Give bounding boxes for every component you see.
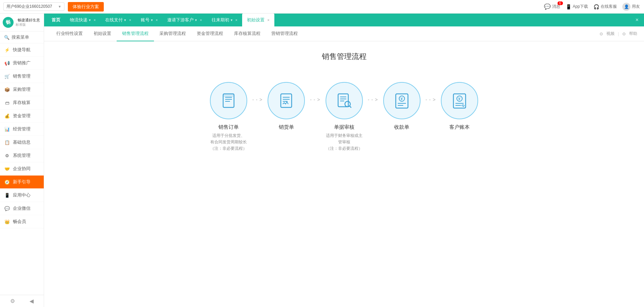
nav-tab-close-payment[interactable]: ×	[129, 18, 131, 22]
logo-text-area: 畅捷通好生意 标准版	[16, 18, 40, 27]
sub-tab-initial-settings[interactable]: 初始设置	[88, 26, 117, 41]
nav-tab-payment[interactable]: 在线支付▾×	[100, 14, 136, 26]
nav-tab-invite[interactable]: 邀请下游客户▾×	[162, 14, 207, 26]
basic-info-icon: 📋	[4, 139, 10, 145]
flow-label-customer-ledger: 客户账本	[449, 124, 470, 130]
sidebar-item-purchase-mgmt[interactable]: 📦采购管理	[0, 83, 44, 96]
nav-tab-period[interactable]: 往来期初▾×	[207, 14, 242, 26]
nav-tab-home[interactable]: 首页	[47, 14, 65, 26]
content-area: 首页物流快递▾×在线支付▾×账号▾×邀请下游客户▾×往来期初▾×初始设置×× 行…	[44, 14, 644, 307]
phone-icon: 📱	[566, 4, 571, 9]
sidebar-item-vip[interactable]: 👑畅会员	[0, 215, 44, 228]
message-badge: 6	[558, 1, 563, 5]
logo-title: 畅捷通好生意	[18, 18, 40, 22]
sidebar-item-operations[interactable]: 📊经营管理	[0, 123, 44, 136]
sidebar-item-finance[interactable]: 💰资金管理	[0, 109, 44, 123]
nav-tab-init-settings[interactable]: 初始设置×	[242, 14, 274, 26]
user-selector[interactable]: 用户690企业1660120507 ▼	[3, 2, 64, 11]
nav-tab-label-account: 账号	[141, 17, 150, 23]
collapse-icon[interactable]: ◀	[30, 298, 34, 304]
try-industry-button[interactable]: 体验行业方案	[68, 2, 104, 12]
sub-tab-sales-flow[interactable]: 销售管理流程	[117, 26, 154, 41]
nav-tab-logistics[interactable]: 物流快递▾×	[65, 14, 100, 26]
sidebar-label-purchase-mgmt: 采购管理	[13, 86, 31, 93]
nav-tab-label-period: 往来期初	[212, 17, 229, 23]
flow-circle-customer-ledger: ¥	[441, 82, 478, 119]
settings-icon[interactable]: ⚙	[10, 298, 15, 304]
nav-tab-label-logistics: 物流快递	[70, 17, 87, 23]
flow-step-sales-order: 销售订单 适用于分批发货、有合同发货周期较长（注：非必要流程）	[201, 82, 256, 152]
nav-tab-close-init-settings[interactable]: ×	[267, 18, 269, 22]
sidebar-item-new-guide[interactable]: 🧭新手引导	[0, 176, 44, 189]
sidebar-label-finance: 资金管理	[13, 113, 31, 119]
sidebar-label-inventory: 库存核算	[13, 100, 31, 106]
divider: |	[618, 32, 619, 36]
operations-icon: 📊	[4, 126, 10, 132]
nav-tab-arrow-period: ▾	[231, 18, 233, 22]
nav-tab-close-account[interactable]: ×	[156, 18, 158, 22]
sidebar-footer: ⚙ ◀	[0, 295, 44, 307]
headset-icon: 🎧	[593, 4, 599, 9]
nav-tab-close-invite[interactable]: ×	[200, 18, 202, 22]
svg-text:¥: ¥	[458, 97, 461, 101]
sidebar-item-sales-mgmt[interactable]: 🛒销售管理	[0, 70, 44, 83]
nav-close-all[interactable]: ×	[633, 17, 641, 23]
sidebar-label-app-center: 应用中心	[13, 192, 31, 198]
nav-tab-close-logistics[interactable]: ×	[94, 18, 96, 22]
help-label[interactable]: 帮助	[629, 31, 637, 37]
inventory-icon: 🗃	[4, 100, 10, 106]
circle-play-icon: ⊙	[600, 32, 603, 36]
purchase-mgmt-icon: 📦	[4, 86, 10, 93]
nav-tab-arrow-logistics: ▾	[89, 18, 91, 22]
sidebar-item-inventory[interactable]: 🗃库存核算	[0, 96, 44, 109]
search-menu-item[interactable]: 🔍 搜索菜单	[0, 32, 44, 43]
flow-label-sales-order: 销售订单	[218, 124, 239, 130]
logo-icon: 畅	[3, 17, 14, 28]
sub-tabs-actions: ⊙ 视频 | ⊙ 帮助	[600, 31, 637, 37]
flow-step-doc-audit: 单据审核 适用于财务审核或主管审核（注：非必要流程）	[317, 82, 371, 152]
flow-step-sales-invoice: 销货单	[259, 82, 313, 132]
sidebar-item-app-center[interactable]: 📱应用中心	[0, 189, 44, 202]
sub-tab-label-capital-flow: 资金管理流程	[197, 30, 223, 37]
enterprise-collab-icon: 🤝	[4, 166, 10, 172]
message-item[interactable]: 💬 6 消息	[544, 3, 560, 10]
sub-tab-marketing-flow[interactable]: 营销管理流程	[266, 26, 303, 41]
sub-tab-label-initial-settings: 初始设置	[94, 30, 111, 37]
sidebar-item-basic-info[interactable]: 📋基础信息	[0, 136, 44, 149]
sub-tab-industry-settings[interactable]: 行业特性设置	[51, 26, 88, 41]
search-icon: 🔍	[4, 35, 9, 40]
flow-label-doc-audit: 单据审核	[334, 124, 354, 130]
sidebar-item-enterprise-collab[interactable]: 🤝企业协同	[0, 162, 44, 176]
svg-line-14	[350, 106, 351, 107]
sidebar-item-enterprise-wechat[interactable]: 💬企业微信	[0, 202, 44, 215]
logo-area: 畅 畅捷通好生意 标准版	[0, 14, 44, 32]
sub-tabs-bar: 行业特性设置初始设置销售管理流程采购管理流程资金管理流程库存核算流程营销管理流程…	[44, 26, 644, 41]
nav-tab-label-home: 首页	[52, 17, 60, 23]
page-title: 销售管理流程	[51, 52, 637, 62]
sidebar-label-basic-info: 基础信息	[13, 139, 31, 145]
sidebar-item-system-mgmt[interactable]: ⚙系统管理	[0, 149, 44, 162]
nav-tab-account[interactable]: 账号▾×	[136, 14, 162, 26]
flow-circle-sales-order	[210, 82, 247, 119]
sub-tab-label-purchase-flow: 采购管理流程	[159, 30, 186, 37]
flow-label-receipt: 收款单	[394, 124, 409, 130]
nav-tab-arrow-payment: ▾	[124, 18, 126, 22]
online-service-item[interactable]: 🎧 在线客服	[593, 4, 617, 9]
sub-tab-purchase-flow[interactable]: 采购管理流程	[154, 26, 191, 41]
sidebar-label-quick-nav: 快捷导航	[13, 47, 31, 53]
sidebar-item-marketing-promo[interactable]: 📢营销推广	[0, 57, 44, 70]
app-download-item[interactable]: 📱 App下载	[566, 4, 588, 9]
finance-icon: 💰	[4, 113, 10, 119]
top-bar-left: 用户690企业1660120507 ▼ 体验行业方案	[0, 2, 104, 12]
avatar: 👤	[622, 3, 630, 11]
svg-rect-4	[223, 94, 234, 97]
user-profile-item[interactable]: 👤 用友	[622, 3, 640, 11]
sub-tab-inventory-flow[interactable]: 库存核算流程	[229, 26, 266, 41]
flow-circle-receipt: ¥	[383, 82, 421, 119]
nav-tab-close-period[interactable]: ×	[235, 18, 237, 22]
sub-tab-capital-flow[interactable]: 资金管理流程	[191, 26, 229, 41]
sub-tab-label-industry-settings: 行业特性设置	[56, 30, 83, 37]
svg-rect-9	[338, 94, 348, 107]
video-label[interactable]: 视频	[606, 31, 614, 37]
sidebar-item-quick-nav[interactable]: ⚡快捷导航	[0, 43, 44, 57]
